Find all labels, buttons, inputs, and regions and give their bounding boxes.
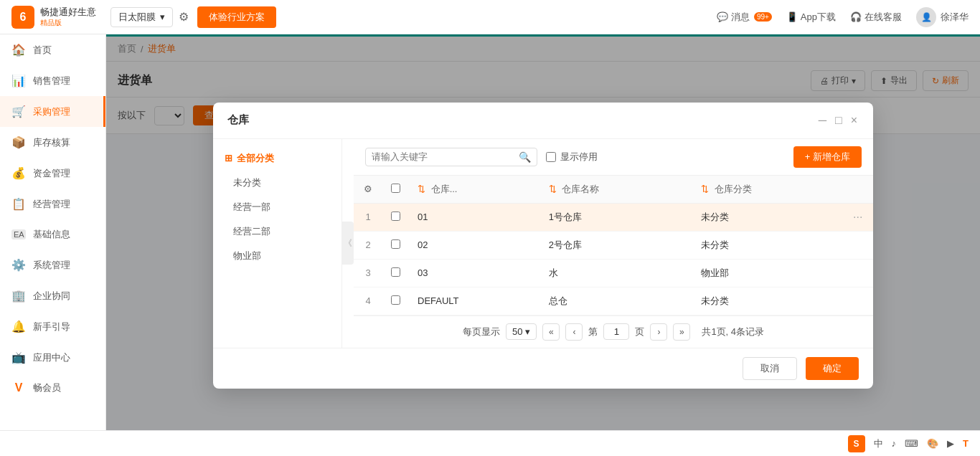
sales-icon: 📊 (11, 74, 26, 87)
table-row[interactable]: 2 02 2号仓库 未分类 (354, 231, 873, 259)
sidebar-item-member[interactable]: V 畅会员 (0, 373, 105, 403)
pagination-area: 每页显示 50 ▾ « ‹ 第 页 › » 共1页 (354, 315, 873, 348)
row-category: 物业部 (692, 259, 844, 287)
status-icon-keyboard[interactable]: ⌨ (905, 438, 918, 449)
modal-title: 仓库 (227, 113, 249, 127)
row-checkbox-cell (382, 231, 409, 259)
main-layout: 🏠 首页 📊 销售管理 🛒 采购管理 📦 库存核算 💰 资金管理 📋 经营管理 … (0, 34, 980, 456)
sidebar-item-home[interactable]: 🏠 首页 (0, 34, 105, 65)
row-more: ··· (844, 203, 873, 231)
col-warehouse-code: ⇅ 仓库... (409, 176, 540, 204)
status-icon-mic[interactable]: ♪ (892, 438, 897, 449)
modal-sidebar-item-ops2[interactable]: 经营二部 (213, 219, 341, 244)
online-service-button[interactable]: 🎧 在线客服 (850, 11, 902, 24)
row-name: 2号仓库 (540, 231, 692, 259)
sidebar-collapse-button[interactable]: 《 (342, 222, 354, 265)
search-input[interactable] (372, 151, 519, 162)
sidebar-item-finance[interactable]: 💰 资金管理 (0, 158, 105, 189)
table-row[interactable]: 4 DEFAULT 总仓 未分类 (354, 287, 873, 315)
cancel-button[interactable]: 取消 (743, 357, 797, 380)
sidebar-item-system[interactable]: ⚙️ 系统管理 (0, 250, 105, 280)
sidebar-item-appcenter[interactable]: 📺 应用中心 (0, 342, 105, 373)
warehouse-table: ⚙ ⇅ 仓库... (354, 176, 873, 315)
more-button[interactable]: ··· (853, 211, 862, 223)
modal-table-area: 🔍 显示停用 + 新增仓库 (354, 139, 873, 348)
row-more (844, 259, 873, 287)
per-page-select[interactable]: 50 ▾ (506, 323, 537, 340)
row-category: 未分类 (692, 231, 844, 259)
row-checkbox[interactable] (391, 239, 400, 249)
search-icon[interactable]: 🔍 (519, 151, 531, 163)
row-code: 01 (409, 203, 540, 231)
row-code: 03 (409, 259, 540, 287)
next-page-button[interactable]: › (650, 323, 667, 341)
prev-page-button[interactable]: ‹ (565, 323, 583, 341)
row-name: 1号仓库 (540, 203, 692, 231)
confirm-button[interactable]: 确定 (806, 357, 859, 380)
sidebar-item-purchase[interactable]: 🛒 采购管理 (0, 96, 105, 127)
modal-sidebar-item-ops1[interactable]: 经营一部 (213, 195, 341, 219)
sort-icon: ⇅ (418, 184, 425, 194)
status-bar: S 中 ♪ ⌨ 🎨 ▶ T (0, 430, 980, 456)
row-category: 未分类 (692, 203, 844, 231)
sidebar-item-operations[interactable]: 📋 经营管理 (0, 189, 105, 219)
user-avatar-button[interactable]: 👤 徐泽华 (916, 7, 969, 27)
modal-minimize-button[interactable]: ─ (817, 113, 828, 128)
sidebar-item-basic[interactable]: EA 基础信息 (0, 219, 105, 250)
add-warehouse-button[interactable]: + 新增仓库 (793, 146, 862, 168)
modal-sidebar: ⊞ 全部分类 未分类 经营一部 经营二部 物业部 (213, 139, 342, 348)
row-checkbox-cell (382, 287, 409, 315)
status-icon-zhong[interactable]: 中 (874, 437, 883, 450)
sidebar-item-enterprise[interactable]: 🏢 企业协同 (0, 280, 105, 311)
sidebar-item-inventory[interactable]: 📦 库存核算 (0, 127, 105, 158)
show-disabled-checkbox[interactable] (546, 152, 556, 162)
grid-icon: ⊞ (225, 153, 232, 163)
app-logo-icon: 6 (11, 6, 34, 29)
row-index: 2 (354, 231, 382, 259)
table-row[interactable]: 1 01 1号仓库 未分类 ··· (354, 203, 873, 231)
store-selector[interactable]: 日太阳膜 ▾ (110, 7, 173, 27)
modal-sidebar-all-category[interactable]: ⊞ 全部分类 (213, 146, 341, 171)
row-checkbox[interactable] (391, 295, 400, 305)
status-icon-paint[interactable]: 🎨 (927, 438, 938, 449)
row-checkbox[interactable] (391, 267, 400, 277)
message-button[interactable]: 💬 消息 99+ (717, 11, 772, 24)
page-info: 共1页, 4条记录 (702, 326, 764, 338)
modal-sidebar-item-property[interactable]: 物业部 (213, 244, 341, 268)
row-code: DEFAULT (409, 287, 540, 315)
warehouse-modal: 仓库 ─ □ × ⊞ 全部分类 (213, 103, 873, 389)
app-download-button[interactable]: 📱 App下载 (786, 11, 836, 24)
settings-icon[interactable]: ⚙ (179, 10, 189, 24)
status-icon-play[interactable]: ▶ (947, 438, 954, 449)
modal-maximize-button[interactable]: □ (834, 113, 844, 128)
col-checkbox (382, 176, 409, 204)
table-row[interactable]: 3 03 水 物业部 (354, 259, 873, 287)
col-warehouse-name: ⇅ 仓库名称 (540, 176, 692, 204)
modal-close-button[interactable]: × (849, 113, 859, 128)
brand-text: 畅捷通好生意 精品版 (40, 6, 96, 28)
row-name: 总仓 (540, 287, 692, 315)
row-more (844, 231, 873, 259)
modal-sidebar-item-uncategorized[interactable]: 未分类 (213, 171, 341, 195)
sort-icon: ⇅ (701, 184, 709, 194)
chevron-down-icon: ▾ (525, 326, 530, 337)
row-checkbox[interactable] (391, 212, 400, 221)
message-badge: 99+ (754, 12, 772, 22)
modal-toolbar: 🔍 显示停用 + 新增仓库 (354, 139, 873, 176)
status-icon-text[interactable]: T (963, 438, 969, 449)
mobile-icon: 📱 (786, 11, 798, 22)
first-page-button[interactable]: « (542, 323, 560, 341)
sidebar-item-sales[interactable]: 📊 销售管理 (0, 65, 105, 96)
page-number-input[interactable] (603, 323, 629, 340)
sidebar: 🏠 首页 📊 销售管理 🛒 采购管理 📦 库存核算 💰 资金管理 📋 经营管理 … (0, 34, 106, 456)
select-all-checkbox[interactable] (391, 184, 400, 193)
logo-area: 6 畅捷通好生意 精品版 (11, 6, 96, 29)
try-industry-button[interactable]: 体验行业方案 (197, 6, 276, 28)
col-settings: ⚙ (354, 176, 382, 204)
top-header: 6 畅捷通好生意 精品版 日太阳膜 ▾ ⚙ 体验行业方案 💬 消息 99+ 📱 … (0, 0, 980, 34)
enterprise-icon: 🏢 (11, 289, 26, 303)
last-page-button[interactable]: » (673, 323, 690, 341)
sidebar-item-guide[interactable]: 🔔 新手引导 (0, 311, 105, 342)
show-disabled-label: 显示停用 (546, 151, 598, 163)
settings-col-icon: ⚙ (364, 184, 372, 194)
